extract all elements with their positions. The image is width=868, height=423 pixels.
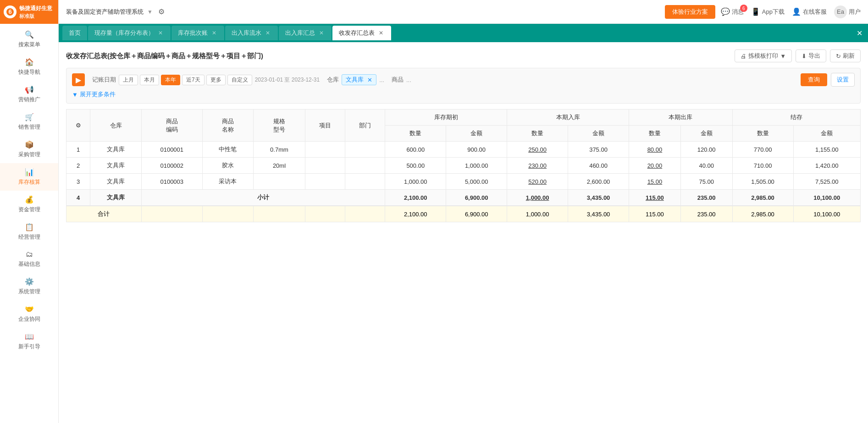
enterprise-icon: 🤝 — [25, 305, 34, 313]
avatar-text: Ea — [837, 8, 844, 15]
online-service-action[interactable]: 👤 在线客服 — [792, 7, 827, 16]
row-out-qty[interactable]: 20.00 — [629, 158, 681, 174]
settings-gear-icon[interactable]: ⚙ — [158, 7, 165, 16]
col-out-header: 本期出库 — [629, 110, 733, 126]
export-button[interactable]: ⬇ 导出 — [796, 49, 826, 62]
row-balance-qty: 1,505.00 — [732, 174, 793, 190]
tab-close-icon[interactable]: ✕ — [157, 29, 164, 37]
col-settings[interactable]: ⚙ — [66, 110, 90, 142]
row-in-qty[interactable]: 520.00 — [507, 174, 568, 190]
tab-inventory-distribution[interactable]: 现存量（库存分布表） ✕ — [88, 26, 171, 40]
row-product-code: 0100003 — [141, 174, 202, 190]
filter-settings-button[interactable]: 设置 — [831, 73, 855, 87]
row-in-qty[interactable]: 250.00 — [507, 142, 568, 158]
sidebar-item-label: 资金管理 — [18, 206, 40, 214]
service-icon: 👤 — [792, 7, 801, 16]
avatar: Ea — [834, 5, 847, 18]
tab-bar-close-icon[interactable]: ✕ — [855, 27, 864, 39]
row-balance-amt: 7,525.00 — [793, 174, 860, 190]
sidebar-item-operations[interactable]: 📋 经营管理 — [0, 218, 58, 246]
message-action[interactable]: 💬 6 消息 — [721, 7, 744, 16]
refresh-icon: ↻ — [836, 53, 841, 60]
sidebar-item-label: 基础信息 — [18, 260, 40, 268]
tab-batch-account[interactable]: 库存批次账 ✕ — [171, 26, 224, 40]
sidebar-item-capital[interactable]: 💰 资金管理 — [0, 191, 58, 218]
date-btn-7days[interactable]: 近7天 — [182, 75, 205, 85]
sidebar-menu: 🔍 搜索菜单 🏠 快捷导航 📢 营销推广 🛒 销售管理 📦 采购管理 📊 库存核… — [0, 24, 58, 423]
col-product-code-header: 商品编码 — [141, 110, 202, 142]
subtotal-warehouse: 文具库 — [90, 190, 141, 206]
date-filter-item: 记账日期 上月 本月 本年 近7天 更多 自定义 2023-01-01 至 20… — [92, 75, 320, 85]
row-out-amt: 120.00 — [680, 142, 732, 158]
filter-toggle-button[interactable]: ▶ — [72, 73, 85, 86]
sidebar-item-search[interactable]: 🔍 搜索菜单 — [0, 26, 58, 53]
sidebar-item-guide[interactable]: 📖 新手引导 — [0, 328, 58, 355]
sidebar-item-purchase[interactable]: 📦 采购管理 — [0, 136, 58, 163]
warehouse-remove-icon[interactable]: ✕ — [367, 77, 372, 83]
date-btn-more[interactable]: 更多 — [206, 75, 226, 85]
product-filter-label: 商品 — [392, 76, 404, 84]
date-btn-custom[interactable]: 自定义 — [227, 75, 252, 85]
experience-button[interactable]: 体验行业方案 — [665, 5, 715, 19]
tab-close-icon[interactable]: ✕ — [264, 29, 271, 37]
sidebar-item-system[interactable]: ⚙️ 系统管理 — [0, 273, 58, 300]
sidebar-item-marketing[interactable]: 📢 营销推广 — [0, 81, 58, 108]
col-product-name-header: 商品名称 — [202, 110, 253, 142]
sidebar-item-label: 企业协同 — [18, 315, 40, 323]
page-header: 收发存汇总表(按仓库＋商品编码＋商品＋规格型号＋项目＋部门) 🖨 拣模板打印 ▼… — [66, 49, 861, 62]
tab-inventory-distribution-label: 现存量（库存分布表） — [94, 29, 154, 37]
logo-icon: 6 — [4, 5, 17, 18]
app-download-label: App下载 — [762, 8, 785, 16]
sidebar-item-inventory[interactable]: 📊 库存核算 — [0, 163, 58, 191]
top-header: 装备及固定资产辅助管理系统 ▼ ⚙ 体验行业方案 💬 6 消息 📱 App下载 … — [59, 0, 868, 24]
guide-icon: 📖 — [25, 332, 34, 341]
sidebar-item-label: 系统管理 — [18, 288, 40, 296]
warehouse-filter-label: 仓库 — [327, 76, 339, 84]
warehouse-more[interactable]: ... — [379, 77, 384, 83]
subtotal-out-qty[interactable]: 115.00 — [629, 190, 681, 206]
print-button[interactable]: 🖨 拣模板打印 ▼ — [735, 49, 792, 62]
subtotal-in-qty[interactable]: 1,000.00 — [507, 190, 568, 206]
row-opening-amt: 5,000.00 — [446, 174, 507, 190]
tab-close-icon[interactable]: ✕ — [318, 29, 325, 37]
expand-filter-button[interactable]: ▼ 展开更多条件 — [72, 90, 855, 99]
refresh-button[interactable]: ↻ 刷新 — [830, 49, 861, 62]
date-btn-last-month[interactable]: 上月 — [119, 75, 138, 85]
row-spec: 20ml — [254, 158, 305, 174]
sidebar-item-sales[interactable]: 🛒 销售管理 — [0, 108, 58, 136]
col-out-amt-header: 金额 — [680, 126, 732, 142]
sidebar-item-enterprise[interactable]: 🤝 企业协同 — [0, 300, 58, 328]
tab-close-icon[interactable]: ✕ — [210, 29, 218, 37]
dropdown-icon[interactable]: ▼ — [147, 9, 153, 15]
subtotal-balance-qty: 2,985.00 — [732, 190, 793, 206]
row-product-code: 0100002 — [141, 158, 202, 174]
date-btn-this-month[interactable]: 本月 — [140, 75, 159, 85]
user-action[interactable]: Ea 用户 — [834, 5, 861, 18]
query-button[interactable]: 查询 — [801, 73, 827, 86]
subtotal-in-amt: 3,435.00 — [568, 190, 629, 206]
row-opening-amt: 1,000.00 — [446, 158, 507, 174]
row-in-qty[interactable]: 230.00 — [507, 158, 568, 174]
inventory-icon: 📊 — [25, 168, 34, 176]
total-out-qty: 115.00 — [629, 206, 681, 222]
tab-close-icon[interactable]: ✕ — [377, 29, 385, 37]
row-out-qty[interactable]: 80.00 — [629, 142, 681, 158]
logo-text: 畅捷通好生意 — [19, 5, 52, 12]
tab-in-out-summary[interactable]: 出入库汇总 ✕ — [279, 26, 332, 40]
operations-icon: 📋 — [25, 223, 34, 231]
row-out-qty[interactable]: 15.00 — [629, 174, 681, 190]
warehouse-tag[interactable]: 文具库 ✕ — [342, 74, 376, 85]
sidebar-item-basic-info[interactable]: 🗂 基础信息 — [0, 246, 58, 273]
total-in-amt: 3,435.00 — [568, 206, 629, 222]
row-opening-qty: 500.00 — [385, 158, 446, 174]
date-btn-this-year[interactable]: 本年 — [161, 75, 180, 85]
page-title: 收发存汇总表(按仓库＋商品编码＋商品＋规格型号＋项目＋部门) — [66, 52, 263, 60]
product-more[interactable]: ... — [406, 77, 411, 83]
tab-bar: 首页 现存量（库存分布表） ✕ 库存批次账 ✕ 出入库流水 ✕ 出入库汇总 ✕ … — [59, 24, 868, 42]
tab-in-out-flow[interactable]: 出入库流水 ✕ — [225, 26, 278, 40]
tab-home[interactable]: 首页 — [62, 26, 87, 40]
sidebar-item-quick-nav[interactable]: 🏠 快捷导航 — [0, 53, 58, 81]
app-download-action[interactable]: 📱 App下载 — [751, 7, 785, 16]
tab-collect-summary[interactable]: 收发存汇总表 ✕ — [332, 26, 391, 40]
subtotal-opening-qty: 2,100.00 — [385, 190, 446, 206]
